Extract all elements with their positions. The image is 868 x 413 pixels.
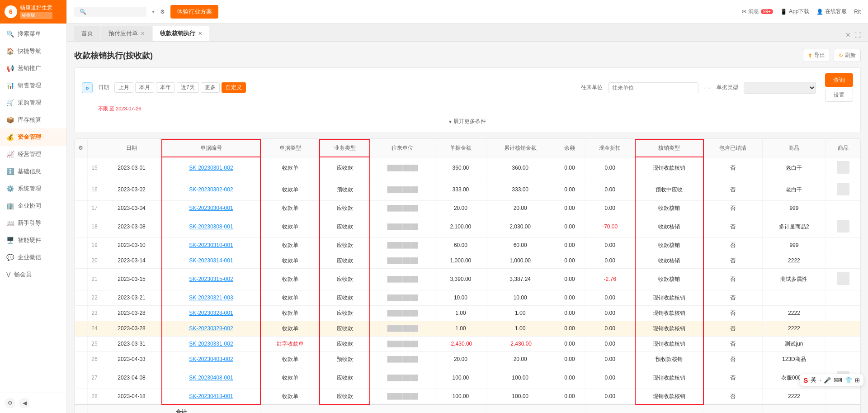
th-settings[interactable]: ⚙	[75, 139, 87, 157]
ime-shirt-icon[interactable]: 👕	[845, 377, 852, 384]
sidebar-item-operation[interactable]: 📈 经营管理	[0, 146, 66, 163]
ime-keyboard-icon[interactable]: ⌨	[834, 377, 842, 384]
bill-no-cell[interactable]: SK-20230403-002	[162, 351, 261, 367]
finance-icon: 💰	[6, 133, 14, 141]
table-cell: 测试jun	[762, 336, 826, 351]
last-month-btn[interactable]: 上月	[114, 82, 133, 93]
table-cell	[75, 237, 87, 253]
filter-expand-button[interactable]: »	[82, 82, 93, 93]
settings-bottom-icon[interactable]: ⚙	[5, 398, 15, 408]
sidebar-item-sales[interactable]: 📊 销售管理	[0, 77, 66, 94]
bill-no-cell[interactable]: SK-20230315-002	[162, 268, 261, 290]
bill-no-cell[interactable]: SK-20230301-002	[162, 157, 261, 179]
table-cell: 2,100.00	[435, 216, 486, 237]
tab-prepay-close[interactable]: ✕	[141, 31, 145, 37]
this-month-btn[interactable]: 本月	[135, 82, 154, 93]
sidebar-item-label: 采购管理	[18, 99, 41, 107]
table-cell: 60.00	[435, 237, 486, 253]
sidebar-item-search[interactable]: 🔍 搜索菜单	[0, 25, 66, 43]
bill-no-cell[interactable]: SK-20230310-001	[162, 237, 261, 253]
table-cell: 1.00	[435, 305, 486, 321]
bill-no-cell[interactable]: SK-20230418-001	[162, 389, 261, 404]
query-button[interactable]: 查询	[825, 73, 853, 87]
table-cell: 16	[87, 179, 102, 200]
bill-type-select[interactable]	[744, 82, 816, 94]
bill-no-cell[interactable]: SK-20230328-002	[162, 321, 261, 336]
topbar-search-box[interactable]: 🔍	[74, 7, 146, 17]
table-cell: 2023-03-28	[102, 305, 162, 321]
bill-no-cell[interactable]: SK-20230331-002	[162, 336, 261, 351]
topbar-gear-icon[interactable]: ⚙	[160, 9, 165, 15]
sidebar-item-marketing[interactable]: 📢 营销推广	[0, 60, 66, 77]
biz-type-cell: 预收款	[320, 179, 370, 200]
bill-no-cell[interactable]: SK-20230304-001	[162, 200, 261, 216]
table-cell: 100.00	[435, 367, 486, 389]
bill-no-cell[interactable]: SK-20230328-001	[162, 305, 261, 321]
sidebar-item-quick-nav[interactable]: 🏠 快捷导航	[0, 43, 66, 60]
bill-no-cell[interactable]: SK-20230302-002	[162, 179, 261, 200]
sidebar-item-basic[interactable]: ℹ️ 基础信息	[0, 163, 66, 180]
topbar-icons: ✉ 消息 99+ 📱 App下载 👤 在线客服 Rit	[742, 8, 861, 15]
app-download-button[interactable]: 📱 App下载	[780, 8, 809, 15]
table-cell: 2023-03-02	[102, 179, 162, 200]
table-cell: 22	[87, 290, 102, 305]
table-cell: -2.76	[585, 268, 635, 290]
sidebar-item-hardware[interactable]: 🖥️ 智能硬件	[0, 232, 66, 249]
collapse-icon[interactable]: ◀	[19, 398, 30, 408]
sidebar-item-inventory[interactable]: 📦 库存核算	[0, 111, 66, 128]
sidebar-item-member[interactable]: V 畅会员	[0, 266, 66, 283]
sidebar-item-system[interactable]: ⚙️ 系统管理	[0, 180, 66, 197]
sidebar-item-finance[interactable]: 💰 资金管理	[0, 128, 66, 146]
topbar-dropdown-icon[interactable]: ▾	[152, 9, 155, 15]
table-cell: 10.00	[435, 290, 486, 305]
table-cell: 20	[87, 253, 102, 268]
table-cell: 收款单	[260, 253, 320, 268]
bill-no-cell[interactable]: SK-20230321-003	[162, 290, 261, 305]
tab-collection[interactable]: 收款核销执行 ✕	[153, 26, 209, 41]
export-button[interactable]: ⬆ 导出	[803, 49, 830, 62]
table-cell: 2023-03-04	[102, 200, 162, 216]
filter-settings-button[interactable]: 设置	[825, 89, 853, 102]
table-cell: 否	[703, 351, 762, 367]
bill-no-cell[interactable]: SK-20230314-001	[162, 253, 261, 268]
ime-mic-icon[interactable]: 🎤	[824, 377, 831, 384]
table-cell: 否	[703, 179, 762, 200]
solution-button[interactable]: 体验行业方案	[170, 5, 218, 19]
bill-no-cell[interactable]: SK-20230408-001	[162, 367, 261, 389]
refresh-button[interactable]: ↻ 刷新	[834, 49, 861, 62]
more-btn[interactable]: 更多	[201, 82, 220, 93]
th-party: 往来单位	[370, 139, 435, 157]
table-cell: 2023-03-21	[102, 290, 162, 305]
table-cell: ████████	[370, 268, 435, 290]
table-cell: 100.00	[486, 367, 554, 389]
sidebar-item-wechat[interactable]: 💬 企业微信	[0, 249, 66, 266]
custom-btn[interactable]: 自定义	[222, 82, 246, 93]
last-7-days-btn[interactable]: 近7天	[177, 82, 199, 93]
ime-grid-icon[interactable]: ⊞	[855, 377, 860, 384]
service-button[interactable]: 👤 在线客服	[816, 8, 847, 15]
party-filter-input[interactable]	[608, 82, 698, 93]
table-cell: 25	[87, 336, 102, 351]
fullscreen-icon[interactable]: ⛶	[854, 31, 861, 38]
table-footer-row: 合计	[75, 404, 860, 413]
table-cell: 收款单	[260, 351, 320, 367]
table-cell: 2023-04-08	[102, 367, 162, 389]
this-year-btn[interactable]: 本年	[156, 82, 175, 93]
table-cell: 0.00	[554, 237, 585, 253]
table-cell: 收款单	[260, 389, 320, 404]
expand-more-btn[interactable]: ▾ 展开更多条件	[82, 116, 853, 127]
tab-prepay[interactable]: 预付应付单 ✕	[101, 26, 152, 41]
table-cell: 17	[87, 200, 102, 216]
sidebar-item-guide[interactable]: 📖 新手引导	[0, 214, 66, 232]
biz-type-cell: 应收款	[320, 305, 370, 321]
message-button[interactable]: ✉ 消息 99+	[742, 8, 773, 15]
bill-no-cell[interactable]: SK-20230308-001	[162, 216, 261, 237]
sidebar-item-company[interactable]: 🏢 企业协同	[0, 197, 66, 214]
user-button[interactable]: Rit	[854, 9, 861, 15]
tab-home[interactable]: 首页	[74, 26, 100, 41]
tab-collection-close[interactable]: ✕	[198, 31, 202, 37]
close-all-icon[interactable]: ✕	[845, 31, 851, 38]
sidebar-item-purchase[interactable]: 🛒 采购管理	[0, 94, 66, 111]
table-cell: 20.00	[486, 200, 554, 216]
table-cell: 2023-04-18	[102, 389, 162, 404]
